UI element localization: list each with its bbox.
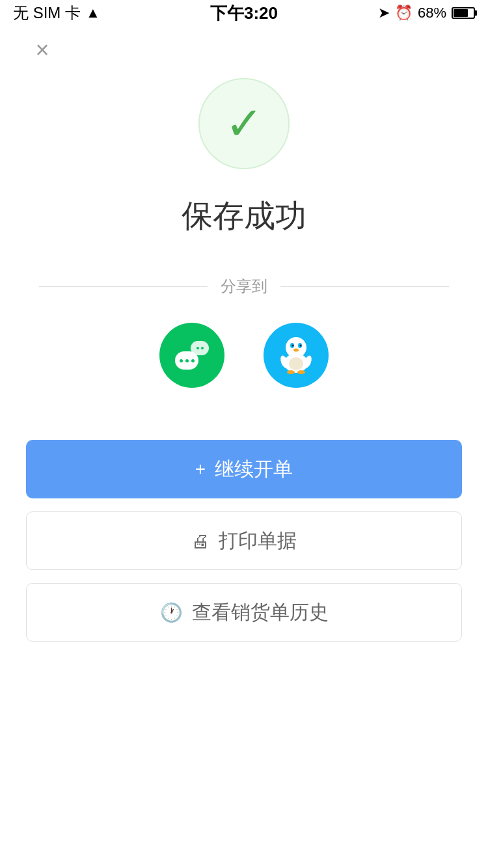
dot4 [197,347,199,349]
svg-point-7 [287,370,295,374]
print-label: 打印单据 [219,528,297,554]
divider-line-right [280,286,449,287]
checkmark-icon: ✓ [225,101,264,146]
dot5 [201,347,204,349]
history-label: 查看销货单历史 [192,599,329,626]
qq-penguin-icon [278,336,314,375]
dot2 [185,359,189,362]
no-sim-label: 无 SIM 卡 [13,3,81,23]
share-divider: 分享到 [0,276,488,297]
continue-label: 继续开单 [215,456,293,483]
status-time: 下午3:20 [210,2,278,25]
wechat-bubble-small [191,341,209,355]
success-title: 保存成功 [182,195,306,237]
wechat-share-button[interactable] [159,323,224,388]
svg-point-11 [289,357,303,370]
qq-share-button[interactable] [264,323,329,388]
close-icon: × [35,38,49,62]
history-button[interactable]: 🕐 查看销货单历史 [26,583,462,642]
share-icons [159,323,329,388]
close-button[interactable]: × [26,34,59,66]
svg-point-8 [297,370,305,374]
status-right: ➤ ⏰ 68% [378,5,475,21]
svg-point-5 [293,349,299,352]
battery-percent: 68% [418,5,446,21]
battery-bar [452,7,475,19]
continue-button[interactable]: + 继续开单 [26,440,462,498]
battery-fill [454,9,468,17]
alarm-icon: ⏰ [395,5,413,21]
battery-icon [452,7,475,19]
plus-icon: + [195,459,206,480]
status-left: 无 SIM 卡 ▲ [13,3,100,23]
print-icon: 🖨 [191,530,210,552]
divider-line-left [39,286,208,287]
print-button[interactable]: 🖨 打印单据 [26,511,462,570]
buttons-section: + 继续开单 🖨 打印单据 🕐 查看销货单历史 [0,440,488,642]
status-bar: 无 SIM 卡 ▲ 下午3:20 ➤ ⏰ 68% [0,0,488,26]
clock-icon: 🕐 [160,602,183,623]
main-content: ✓ 保存成功 分享到 [0,26,488,642]
wifi-icon: ▲ [86,5,100,21]
share-label: 分享到 [208,276,280,297]
location-icon: ➤ [378,5,390,21]
dot1 [180,359,183,362]
success-circle: ✓ [198,78,290,169]
wechat-logo [175,341,209,370]
dot3 [191,359,195,362]
svg-point-4 [300,345,302,347]
svg-point-3 [292,345,294,347]
